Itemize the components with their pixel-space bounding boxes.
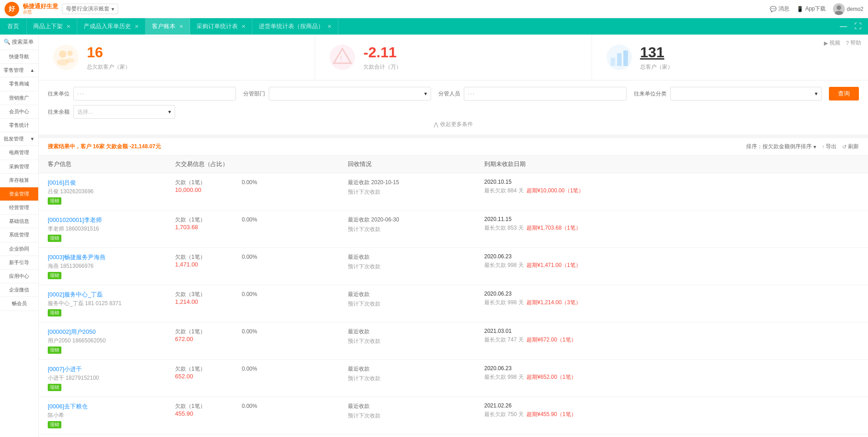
sidebar-item-corp-wechat[interactable]: 企业微信 (0, 283, 38, 297)
sidebar-item-app-center[interactable]: 应用中心 (0, 270, 38, 283)
svg-rect-12 (617, 53, 622, 66)
avatar (833, 3, 845, 15)
sidebar-item-retail-stats[interactable]: 零售统计 (0, 119, 38, 132)
customer-name-3[interactable]: [0002]服务中心_丁磊 (48, 291, 103, 298)
overdue-info-5: 最长欠款 998 天 超期¥652.00（1笔） (484, 373, 859, 381)
table-row: [000001]黄思源 黄思源 13552700226 现销 欠款（1笔） 0.… (39, 434, 868, 437)
tab-close-icon[interactable]: ✕ (179, 24, 183, 30)
sidebar-item-finance[interactable]: 资金管理 (0, 187, 38, 201)
svg-point-6 (65, 58, 75, 63)
customer-name-5[interactable]: [0007]小进干 (48, 366, 82, 372)
collapse-btn[interactable]: ⋀ 收起更多条件 (48, 119, 859, 128)
overdue-amount-2[interactable]: 超期¥1,471.00（1笔） (527, 261, 581, 269)
tab-close-icon[interactable]: ✕ (135, 24, 139, 30)
cell-customer-2: [0003]畅捷服务尹海燕 海燕 18513066976 现销 (39, 248, 166, 285)
help-btn[interactable]: ? 帮助 (846, 39, 861, 47)
sidebar-item-inventory[interactable]: 库存核算 (0, 174, 38, 187)
balance-select[interactable]: 选择... ▾ (73, 105, 175, 119)
debt-ratio-6: 0.00% (242, 403, 257, 409)
tab-close-icon[interactable]: ✕ (241, 24, 246, 30)
data-table: 客户信息 欠交易信息（占比） 回收情况 到期未收款日期 [0016]吕俊 吕俊 … (39, 156, 868, 437)
filter-from-unit: 往来单位 ··· (48, 87, 236, 100)
sort-label: 排序：按欠款金额倒序排序 (746, 143, 812, 151)
sidebar-item-basic-info[interactable]: 基础信息 (0, 215, 38, 228)
filter-unit-type: 往来单位分类 ▾ (634, 87, 822, 100)
debt-amount-5[interactable]: 652.00 (175, 373, 193, 380)
message-btn[interactable]: 💬 消息 (770, 5, 789, 13)
chevron-down-icon: ▾ (813, 144, 816, 150)
sort-select[interactable]: 排序：按欠款金额倒序排序 ▾ (746, 143, 816, 151)
sidebar-item-system[interactable]: 系统管理 (0, 228, 38, 242)
overdue-amount-4[interactable]: 超期¥672.00（1笔） (527, 336, 577, 344)
overdue-amount-3[interactable]: 超期¥1,214.00（3笔） (527, 299, 581, 306)
tab-product-shelf[interactable]: 商品上下架 ✕ (27, 18, 77, 35)
debt-amount-1[interactable]: 1,703.68 (175, 224, 198, 231)
chevron-down-icon: ▾ (424, 90, 427, 97)
sidebar-item-retail-mgmt[interactable]: 零售管理 ▲ (0, 64, 38, 77)
app-download-btn[interactable]: 📱 App下载 (797, 5, 826, 13)
tab-close-icon[interactable]: ✕ (66, 24, 70, 30)
company-selector[interactable]: 母婴行业演示账套 ▾ (62, 4, 118, 14)
cell-debt-3: 欠款（3笔） 0.00% 1,214.00 (166, 285, 339, 322)
debt-amount-0[interactable]: 10,000.00 (175, 186, 201, 193)
customer-name-6[interactable]: [0006]去下粮仓 (48, 403, 88, 410)
sidebar-item-ecommerce[interactable]: 电商管理 (0, 146, 38, 160)
sidebar-item-retail-shop[interactable]: 零售商城 (0, 77, 38, 91)
unit-type-label: 往来单位分类 (634, 90, 667, 98)
total-debt-amount-label: 欠款合计（万） (363, 63, 401, 71)
overdue-amount-5[interactable]: 超期¥652.00（1笔） (527, 373, 577, 381)
from-unit-input[interactable]: ··· (73, 87, 236, 100)
sidebar-item-marketing[interactable]: 营销推广 (0, 91, 38, 105)
table-body: [0016]吕俊 吕俊 13026203696 现销 欠款（1笔） 0.00% … (39, 173, 868, 437)
sidebar-item-quicknav[interactable]: 快捷导航 (0, 50, 38, 64)
svg-point-1 (835, 11, 843, 15)
debt-amount-6[interactable]: 455.90 (175, 410, 193, 417)
debt-count-3: 欠款（3笔） (175, 291, 206, 298)
customer-phone-1: 李老师 18600391516 (48, 225, 157, 233)
debt-ratio-3: 0.00% (242, 291, 257, 297)
user-profile[interactable]: demo2 (833, 3, 863, 15)
tab-instock-stats[interactable]: 进货单统计表（按商品） ✕ (252, 18, 338, 35)
refresh-btn[interactable]: ↺ 刷新 (842, 143, 859, 151)
overdue-amount-0[interactable]: 超期¥10,000.00（1笔） (527, 187, 584, 195)
overdue-amount-1[interactable]: 超期¥1,703.68（1笔） (527, 224, 581, 232)
svg-point-0 (837, 5, 841, 10)
tab-product-instock[interactable]: 产成品入库单历史 ✕ (77, 18, 146, 35)
sidebar-item-batch-mgmt[interactable]: 批发管理 ▼ (0, 132, 38, 146)
cell-due-0: 2020.10.15 最长欠款 884 天 超期¥10,000.00（1笔） (475, 173, 868, 211)
export-btn[interactable]: ↑ 导出 (822, 143, 837, 151)
debt-amount-2[interactable]: 1,471.00 (175, 261, 198, 268)
person-input[interactable]: ··· (464, 87, 627, 100)
unit-type-select[interactable]: ▾ (670, 87, 822, 100)
table-row: [0016]吕俊 吕俊 13026203696 现销 欠款（1笔） 0.00% … (39, 173, 868, 211)
svg-point-3 (59, 50, 66, 58)
cell-customer-1: [0001020001]李老师 李老师 18600391516 现销 (39, 211, 166, 248)
debt-ratio-5: 0.00% (242, 366, 257, 372)
tab-home[interactable]: 首页 (0, 18, 27, 35)
debt-amount-3[interactable]: 1,214.00 (175, 298, 198, 305)
sidebar-item-purchase[interactable]: 采购管理 (0, 160, 38, 174)
overdue-amount-6[interactable]: 超期¥455.90（1笔） (527, 411, 577, 418)
video-help-btn[interactable]: ▶ 视频 (824, 39, 840, 47)
dept-select[interactable]: ▾ (269, 87, 431, 100)
sidebar-item-member[interactable]: 会员中心 (0, 105, 38, 119)
tab-purchase-order[interactable]: 采购订单统计表 ✕ (190, 18, 252, 35)
sidebar-item-enterprise[interactable]: 企业协同 (0, 242, 38, 256)
customer-name-1[interactable]: [0001020001]李老师 (48, 216, 102, 223)
tab-maximize-btn[interactable]: ⛶ (852, 21, 864, 31)
debt-amount-4[interactable]: 672.00 (175, 336, 193, 342)
tab-minimize-btn[interactable]: — (837, 21, 850, 31)
query-button[interactable]: 查询 (829, 87, 859, 100)
sidebar-item-ops[interactable]: 经营管理 (0, 201, 38, 215)
tab-customer-account[interactable]: 客户账本 ✕ (146, 18, 190, 35)
customer-name-4[interactable]: [000002]用户2050 (48, 328, 96, 335)
cell-debt-2: 欠款（1笔） 0.00% 1,471.00 (166, 248, 339, 285)
top-bar: 好 畅捷通好生意 示范 母婴行业演示账套 ▾ 💬 消息 📱 App下载 demo… (0, 0, 868, 18)
customer-name-2[interactable]: [0003]畅捷服务尹海燕 (48, 254, 105, 261)
sidebar-item-newbie[interactable]: 新手引导 (0, 256, 38, 270)
sidebar-search[interactable]: 🔍 搜索菜单 (0, 35, 38, 50)
tab-close-icon[interactable]: ✕ (327, 24, 331, 30)
overdue-days-1: 最长欠款 853 天 (484, 224, 524, 232)
customer-name-0[interactable]: [0016]吕俊 (48, 179, 76, 186)
sidebar-item-member-vip[interactable]: 畅会员 (0, 297, 38, 311)
